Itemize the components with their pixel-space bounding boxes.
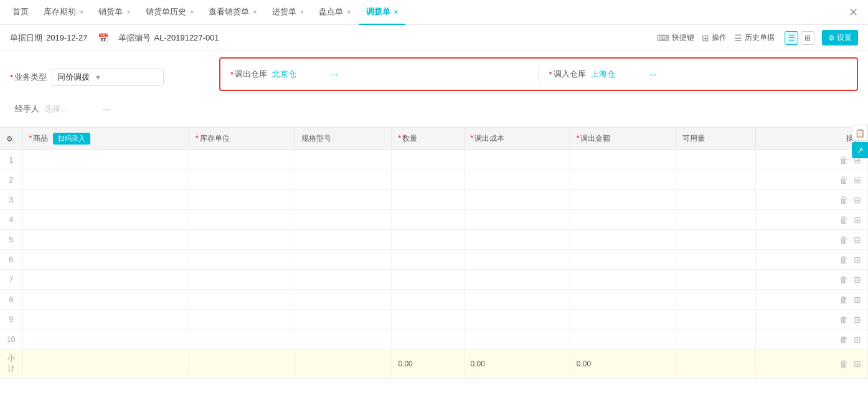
tab-home[interactable]: 首页	[5, 0, 36, 25]
row-copy-icon-7[interactable]: ⊞	[854, 275, 861, 285]
row-unit-2[interactable]	[189, 170, 295, 190]
tab-initial-stock[interactable]: 库存期初 ×	[36, 0, 91, 25]
row-spec-2[interactable]	[295, 170, 392, 190]
row-product-8[interactable]	[22, 290, 189, 310]
row-delete-icon-6[interactable]: 🗑	[839, 255, 848, 265]
tab-sales-order[interactable]: 销货单 ×	[91, 0, 138, 25]
row-product-3[interactable]	[22, 190, 189, 210]
row-unit-4[interactable]	[189, 210, 295, 230]
row-qty-2[interactable]	[392, 170, 464, 190]
layout-grid-icon[interactable]: ⊞	[801, 31, 814, 45]
shortcut-button[interactable]: ⌨ 快捷键	[657, 32, 694, 43]
row-amount-3[interactable]	[570, 190, 676, 210]
row-qty-10[interactable]	[392, 330, 464, 350]
row-spec-10[interactable]	[295, 330, 392, 350]
row-cost-5[interactable]	[464, 230, 570, 250]
row-copy-icon-5[interactable]: ⊞	[854, 235, 861, 245]
tab-purchase[interactable]: 进货单 ×	[265, 0, 311, 25]
row-unit-3[interactable]	[189, 190, 295, 210]
row-qty-3[interactable]	[392, 190, 464, 210]
layout-list-icon[interactable]: ☰	[785, 31, 798, 45]
row-amount-5[interactable]	[570, 230, 676, 250]
row-product-4[interactable]	[22, 210, 189, 230]
tab-transfer[interactable]: 调拨单 ×	[359, 0, 405, 25]
actions-button[interactable]: ⊞ 操作	[702, 32, 727, 43]
row-delete-icon-2[interactable]: 🗑	[839, 175, 848, 185]
row-spec-7[interactable]	[295, 270, 392, 290]
history-button[interactable]: ☰ 历史单据	[734, 32, 775, 43]
row-available-4[interactable]	[676, 210, 755, 230]
row-cost-9[interactable]	[464, 310, 570, 330]
row-delete-icon-4[interactable]: 🗑	[839, 215, 848, 225]
row-spec-6[interactable]	[295, 250, 392, 270]
tab-inventory[interactable]: 盘点单 ×	[311, 0, 358, 25]
row-available-7[interactable]	[676, 270, 755, 290]
row-available-9[interactable]	[676, 310, 755, 330]
out-warehouse-more[interactable]: ···	[331, 69, 338, 79]
row-delete-icon-3[interactable]: 🗑	[839, 195, 848, 205]
row-amount-8[interactable]	[570, 290, 676, 310]
handler-placeholder[interactable]: 选择...	[44, 103, 94, 115]
row-product-6[interactable]	[22, 250, 189, 270]
row-product-9[interactable]	[22, 310, 189, 330]
close-purchase[interactable]: ×	[300, 9, 304, 16]
row-qty-1[interactable]	[392, 150, 464, 170]
close-view-sales[interactable]: ×	[253, 9, 257, 16]
row-product-7[interactable]	[22, 270, 189, 290]
row-available-1[interactable]	[676, 150, 755, 170]
row-spec-9[interactable]	[295, 310, 392, 330]
row-cost-4[interactable]	[464, 210, 570, 230]
row-cost-3[interactable]	[464, 190, 570, 210]
settings-button[interactable]: ⚙ 设置	[822, 30, 858, 45]
row-product-10[interactable]	[22, 330, 189, 350]
row-copy-icon-4[interactable]: ⊞	[854, 215, 861, 225]
row-cost-6[interactable]	[464, 250, 570, 270]
row-unit-1[interactable]	[189, 150, 295, 170]
row-spec-5[interactable]	[295, 230, 392, 250]
float-export-btn[interactable]: ↗	[852, 142, 868, 158]
row-amount-4[interactable]	[570, 210, 676, 230]
row-cost-8[interactable]	[464, 290, 570, 310]
row-product-2[interactable]	[22, 170, 189, 190]
in-warehouse-more[interactable]: ···	[649, 69, 657, 79]
row-cost-1[interactable]	[464, 150, 570, 170]
calendar-icon[interactable]: 📅	[98, 33, 108, 43]
row-amount-2[interactable]	[570, 170, 676, 190]
row-available-2[interactable]	[676, 170, 755, 190]
row-cost-2[interactable]	[464, 170, 570, 190]
close-transfer[interactable]: ×	[394, 9, 398, 16]
row-unit-8[interactable]	[189, 290, 295, 310]
row-delete-icon-9[interactable]: 🗑	[839, 315, 848, 325]
row-available-10[interactable]	[676, 330, 755, 350]
row-cost-10[interactable]	[464, 330, 570, 350]
row-copy-icon-9[interactable]: ⊞	[854, 315, 861, 325]
close-initial-stock[interactable]: ×	[80, 9, 83, 16]
row-qty-9[interactable]	[392, 310, 464, 330]
row-available-8[interactable]	[676, 290, 755, 310]
row-product-1[interactable]	[22, 150, 189, 170]
close-sales-order[interactable]: ×	[126, 9, 130, 16]
row-copy-icon-8[interactable]: ⊞	[854, 295, 861, 305]
handler-more[interactable]: ···	[103, 104, 110, 114]
close-sales-history[interactable]: ×	[190, 9, 194, 16]
row-unit-6[interactable]	[189, 250, 295, 270]
close-inventory[interactable]: ×	[347, 9, 351, 16]
row-copy-icon-2[interactable]: ⊞	[854, 175, 861, 185]
row-amount-7[interactable]	[570, 270, 676, 290]
row-delete-icon-8[interactable]: 🗑	[839, 295, 848, 305]
subtotal-copy-icon[interactable]: ⊞	[854, 359, 861, 369]
row-available-6[interactable]	[676, 250, 755, 270]
tab-view-sales[interactable]: 查看销货单 ×	[201, 0, 264, 25]
row-qty-7[interactable]	[392, 270, 464, 290]
subtotal-delete-icon[interactable]: 🗑	[839, 359, 848, 369]
row-amount-10[interactable]	[570, 330, 676, 350]
row-spec-8[interactable]	[295, 290, 392, 310]
row-unit-7[interactable]	[189, 270, 295, 290]
row-unit-5[interactable]	[189, 230, 295, 250]
row-spec-1[interactable]	[295, 150, 392, 170]
row-spec-3[interactable]	[295, 190, 392, 210]
row-delete-icon-10[interactable]: 🗑	[839, 335, 848, 345]
row-amount-6[interactable]	[570, 250, 676, 270]
row-qty-4[interactable]	[392, 210, 464, 230]
th-gear[interactable]: ⚙	[0, 128, 22, 150]
